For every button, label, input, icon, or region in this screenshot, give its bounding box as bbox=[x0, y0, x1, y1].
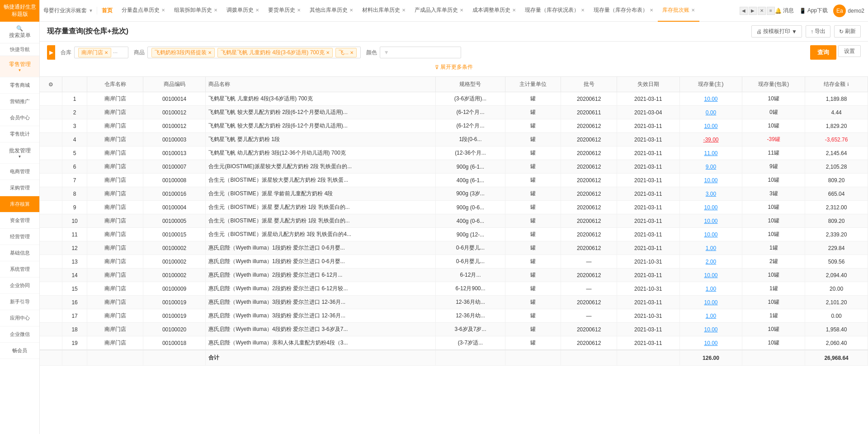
qty-main-link-11[interactable]: 1.00 bbox=[706, 245, 716, 251]
row-qty-main-10[interactable]: 10.00 bbox=[679, 228, 742, 241]
row-qty-main-12[interactable]: 2.00 bbox=[679, 255, 742, 269]
tab-close-1[interactable]: ✕ bbox=[214, 8, 217, 13]
row-qty-main-2[interactable]: 10.00 bbox=[679, 119, 742, 133]
sidebar-item-enterprise-wx[interactable]: 企业微信 bbox=[0, 326, 39, 343]
tab-8[interactable]: 现存量（库存状况表）✕ bbox=[520, 0, 589, 22]
qty-main-link-8[interactable]: 10.00 bbox=[704, 204, 717, 211]
row-qty-main-7[interactable]: 3.00 bbox=[679, 187, 742, 201]
product-tag-0-close[interactable]: ✕ bbox=[208, 50, 212, 55]
tab-close-3[interactable]: ✕ bbox=[297, 8, 301, 13]
color-input[interactable]: ▼ bbox=[380, 47, 461, 58]
sidebar-item-enterprise[interactable]: 企业协同 bbox=[0, 278, 39, 294]
sidebar-item-marketing[interactable]: 营销推广 bbox=[0, 94, 39, 110]
qty-main-link-3[interactable]: -39.00 bbox=[703, 137, 718, 143]
warehouse-input[interactable]: 南岸门店 ✕ ··· bbox=[74, 47, 128, 58]
qty-main-link-6[interactable]: 10.00 bbox=[704, 177, 717, 184]
sidebar-item-retail-mgmt[interactable]: 零售管理 ▼ bbox=[0, 56, 39, 77]
tab-0[interactable]: 分量盘点单历史✕ bbox=[117, 0, 170, 22]
qty-main-link-10[interactable]: 10.00 bbox=[704, 231, 717, 238]
account-dropdown[interactable]: 母婴行业演示账套 ▼ bbox=[43, 7, 97, 14]
tab-close-0[interactable]: ✕ bbox=[161, 8, 165, 13]
qty-main-link-15[interactable]: 10.00 bbox=[704, 299, 717, 306]
sidebar-item-sys-mgmt[interactable]: 系统管理 bbox=[0, 261, 39, 278]
scroll-left-btn[interactable]: ◀ bbox=[740, 7, 748, 15]
row-qty-main-6[interactable]: 10.00 bbox=[679, 174, 742, 187]
setting-btn[interactable]: 设置 bbox=[838, 45, 861, 57]
qty-main-link-13[interactable]: 10.00 bbox=[704, 272, 717, 278]
qty-main-link-4[interactable]: 11.00 bbox=[704, 150, 717, 156]
row-qty-main-5[interactable]: 9.00 bbox=[679, 160, 742, 174]
tab-4[interactable]: 其他出库单历史✕ bbox=[305, 0, 358, 22]
tab-close-7[interactable]: ✕ bbox=[512, 8, 516, 13]
sidebar-item-member[interactable]: 会员中心 bbox=[0, 110, 39, 126]
warehouse-more[interactable]: ··· bbox=[113, 49, 118, 56]
qty-main-link-17[interactable]: 10.00 bbox=[704, 326, 717, 333]
qty-main-link-18[interactable]: 10.00 bbox=[704, 340, 717, 346]
sidebar-item-finance[interactable]: 资金管理 bbox=[0, 212, 39, 229]
tab-9[interactable]: 现存量（库存分布表）✕ bbox=[589, 0, 658, 22]
sidebar-logo[interactable]: 畅捷通好生意 标题版 bbox=[0, 0, 39, 22]
row-qty-main-16[interactable]: 1.00 bbox=[679, 309, 742, 323]
qty-main-link-12[interactable]: 2.00 bbox=[706, 259, 716, 265]
message-btn[interactable]: 🔔 消息 bbox=[775, 7, 794, 14]
tab-close-6[interactable]: ✕ bbox=[460, 8, 463, 13]
sidebar-item-retail-stats[interactable]: 零售统计 bbox=[0, 126, 39, 142]
sidebar-item-retail-shop[interactable]: 零售商城 bbox=[0, 77, 39, 94]
tab-close-4[interactable]: ✕ bbox=[349, 8, 353, 13]
sidebar-item-inventory[interactable]: 库存核算 bbox=[0, 196, 39, 212]
row-qty-main-14[interactable]: 1.00 bbox=[679, 282, 742, 296]
qty-main-link-14[interactable]: 1.00 bbox=[706, 286, 716, 292]
home-tab[interactable]: 首页 bbox=[97, 0, 117, 22]
app-download-btn[interactable]: 📱 App下载 bbox=[799, 7, 828, 14]
user-profile[interactable]: Ea demo2 bbox=[833, 5, 864, 17]
qty-main-link-9[interactable]: 10.00 bbox=[704, 218, 717, 224]
row-qty-main-15[interactable]: 10.00 bbox=[679, 296, 742, 309]
sidebar-item-operation[interactable]: 经营管理 bbox=[0, 229, 39, 245]
row-qty-main-9[interactable]: 10.00 bbox=[679, 214, 742, 228]
row-qty-main-1[interactable]: 0.00 bbox=[679, 106, 742, 119]
qty-main-link-5[interactable]: 9.00 bbox=[706, 164, 716, 170]
more-tabs-btn[interactable]: ≡ bbox=[767, 7, 775, 15]
tab-6[interactable]: 产成品入库单历史✕ bbox=[410, 0, 468, 22]
product-input[interactable]: 飞鹤奶粉3段丙搭提装 ✕ 飞鹤星飞帆 儿童奶粉 4段(3-6岁适用) 700克 … bbox=[147, 47, 361, 58]
row-qty-main-17[interactable]: 10.00 bbox=[679, 323, 742, 336]
qty-main-link-1[interactable]: 0.00 bbox=[706, 109, 716, 116]
sidebar-item-members[interactable]: 畅会员 bbox=[0, 343, 39, 359]
row-qty-main-0[interactable]: 10.00 bbox=[679, 92, 742, 106]
tab-10[interactable]: 库存批次账✕ bbox=[658, 0, 699, 22]
row-qty-main-18[interactable]: 10.00 bbox=[679, 336, 742, 350]
sidebar-item-base-info[interactable]: 基础信息 bbox=[0, 245, 39, 261]
row-qty-main-3[interactable]: -39.00 bbox=[679, 133, 742, 146]
tab-3[interactable]: 要货单历史✕ bbox=[264, 0, 305, 22]
close-tab-btn[interactable]: ✕ bbox=[758, 7, 766, 15]
row-qty-main-8[interactable]: 10.00 bbox=[679, 201, 742, 214]
qty-main-link-16[interactable]: 1.00 bbox=[706, 313, 716, 319]
template-print-btn[interactable]: 🖨 按模板打印 ▼ bbox=[751, 25, 802, 38]
row-qty-main-13[interactable]: 10.00 bbox=[679, 269, 742, 282]
tab-close-8[interactable]: ✕ bbox=[581, 8, 585, 13]
qty-main-link-2[interactable]: 10.00 bbox=[704, 123, 717, 129]
sidebar-item-purchase[interactable]: 采购管理 bbox=[0, 180, 39, 196]
table-container[interactable]: ⚙ 仓库名称 商品编码 商品名称 规格型号 主计量单位 批号 失效日期 现存量(… bbox=[40, 77, 868, 434]
refresh-btn[interactable]: ↻ 刷新 bbox=[834, 25, 861, 38]
settings-icon[interactable]: ⚙ bbox=[48, 81, 53, 88]
qty-main-link-7[interactable]: 3.00 bbox=[706, 191, 716, 197]
row-qty-main-11[interactable]: 1.00 bbox=[679, 241, 742, 255]
amount-info-icon[interactable]: ℹ bbox=[847, 82, 849, 87]
export-btn[interactable]: ↑ 导出 bbox=[806, 25, 830, 38]
tab-close-10[interactable]: ✕ bbox=[691, 8, 695, 13]
scroll-right-btn[interactable]: ▶ bbox=[749, 7, 757, 15]
sidebar-shortcut[interactable]: 快捷导航 bbox=[0, 43, 39, 56]
filter-expand-btn[interactable]: ▶ bbox=[47, 45, 55, 60]
sidebar-item-wholesale[interactable]: 批发管理 ▼ bbox=[0, 142, 39, 164]
tab-2[interactable]: 调拨单历史✕ bbox=[222, 0, 264, 22]
tab-close-2[interactable]: ✕ bbox=[255, 8, 259, 13]
sidebar-item-ecommerce[interactable]: 电商管理 bbox=[0, 164, 39, 180]
product-tag-2-close[interactable]: ✕ bbox=[350, 50, 354, 55]
sidebar-item-new-guide[interactable]: 新手引导 bbox=[0, 294, 39, 310]
tab-7[interactable]: 成本调整单历史✕ bbox=[468, 0, 520, 22]
query-btn[interactable]: 查询 bbox=[810, 45, 836, 60]
tab-1[interactable]: 组装拆卸单历史✕ bbox=[170, 0, 222, 22]
qty-main-link-0[interactable]: 10.00 bbox=[704, 96, 717, 102]
tab-close-9[interactable]: ✕ bbox=[650, 8, 653, 13]
